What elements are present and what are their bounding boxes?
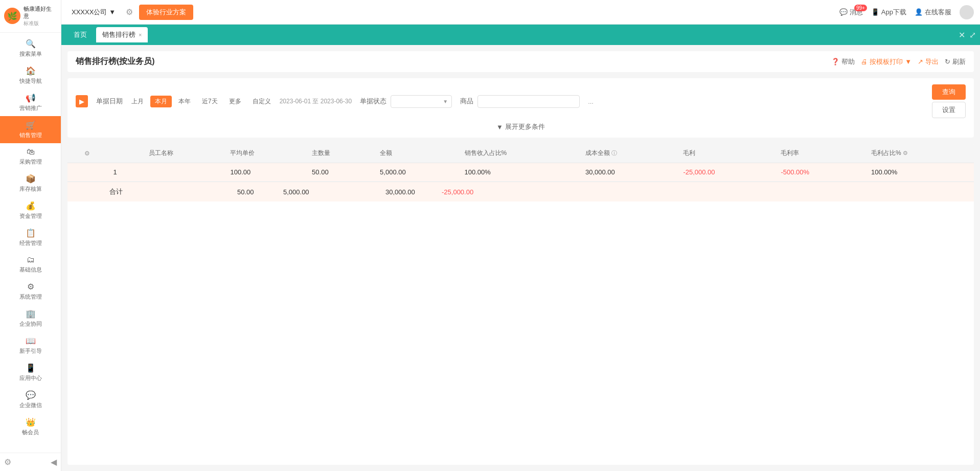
status-filter-label: 单据状态 [360, 97, 386, 106]
sidebar-item-member[interactable]: 👑 畅会员 [0, 413, 61, 440]
cell-name [143, 163, 224, 182]
export-button[interactable]: ↗ 导出 [918, 57, 939, 66]
date-range-display: 2023-06-01 至 2023-06-30 [280, 97, 352, 106]
date-range-group: 上月 本月 本年 近7天 更多 自定义 [127, 96, 276, 107]
cell-settings [67, 163, 107, 182]
date-tag-this-year[interactable]: 本年 [174, 96, 195, 107]
collapse-icon[interactable]: ◀ [51, 457, 57, 467]
filter-expand-button[interactable]: ▶ [76, 95, 88, 107]
logo-sub: 标准版 [24, 20, 57, 27]
search-icon: 🔍 [26, 39, 36, 49]
company-selector[interactable]: XXXXX公司 ▼ [67, 6, 120, 19]
online-service-button[interactable]: 👤 在线客服 [915, 8, 951, 17]
goods-input[interactable] [477, 95, 580, 108]
filter-area: ▶ 单据日期 上月 本月 本年 近7天 更多 自定义 2023-06-01 至 … [67, 78, 974, 138]
sidebar-item-shortcut[interactable]: 🏠 快捷导航 [0, 62, 61, 89]
page-title: 销售排行榜(按业务员) [76, 56, 155, 67]
sidebar-item-label: 畅会员 [22, 429, 39, 436]
sidebar-item-label: 快捷导航 [19, 77, 42, 85]
table-container: ⚙ 员工名称 平均单价 主数量 全额 销售收入占比% 成本全额 ⓘ 毛利 毛利率… [67, 144, 974, 465]
footer-profit: -25,000.00 [442, 188, 498, 196]
cell-sales-pct: 100.00% [459, 163, 579, 182]
enterprise-icon: 🏢 [26, 309, 36, 319]
settings-icon[interactable]: ⚙ [126, 7, 133, 17]
cell-profit-rate: -500.00% [774, 163, 865, 182]
date-tag-7days[interactable]: 近7天 [197, 96, 222, 107]
app-download-button[interactable]: 📱 App下载 [871, 8, 906, 17]
sidebar-item-operations[interactable]: 📋 经营管理 [0, 224, 61, 251]
sales-icon: 🛒 [26, 120, 36, 130]
cell-avg-price: 100.00 [224, 163, 306, 182]
date-filter-label: 单据日期 [96, 97, 123, 106]
sidebar-item-system[interactable]: ⚙ 系统管理 [0, 278, 61, 305]
service-icon: 👤 [915, 8, 923, 16]
member-icon: 👑 [26, 417, 36, 427]
col-name: 员工名称 [143, 144, 224, 163]
operations-icon: 📋 [26, 228, 36, 238]
query-button[interactable]: 查询 [932, 84, 966, 100]
expand-more-button[interactable]: ▼ 展开更多条件 [76, 122, 966, 131]
sidebar-item-label: 营销推广 [19, 104, 42, 112]
tab-bar-right: ✕ ⤢ [959, 30, 976, 40]
col-cost: 成本全额 ⓘ [579, 144, 677, 163]
avatar[interactable] [960, 5, 974, 19]
sidebar-item-label: 销售管理 [19, 131, 42, 139]
refresh-icon: ↻ [945, 58, 950, 65]
goods-filter-label: 商品 [460, 97, 473, 106]
system-icon: ⚙ [27, 282, 34, 291]
sidebar-item-purchase[interactable]: 🛍 采购管理 [0, 143, 61, 170]
tab-bar: 首页 销售排行榜 × ✕ ⤢ [61, 25, 980, 45]
help-button[interactable]: ❓ 帮助 [831, 57, 855, 66]
more-filters-dots[interactable]: ... [588, 98, 594, 105]
tab-maximize-icon[interactable]: ⤢ [969, 30, 976, 40]
trial-button[interactable]: 体验行业方案 [139, 5, 193, 20]
logo-text-container: 畅康通好生意 标准版 [24, 5, 57, 27]
marketing-icon: 📢 [26, 93, 36, 103]
filter-actions: 查询 设置 [932, 84, 966, 118]
sidebar-item-label: 企业协同 [19, 320, 42, 328]
date-tag-more[interactable]: 更多 [224, 96, 246, 107]
print-chevron-icon: ▼ [905, 58, 911, 65]
col-sales-pct: 销售收入占比% [459, 144, 579, 163]
sidebar-item-inventory[interactable]: 📦 库存核算 [0, 170, 61, 197]
date-tag-custom[interactable]: 自定义 [248, 96, 276, 107]
print-label: 按模板打印 [870, 57, 903, 66]
tab-close-icon[interactable]: × [139, 32, 142, 38]
sidebar-item-guide[interactable]: 📖 新手引导 [0, 332, 61, 359]
sidebar-item-apps[interactable]: 📱 应用中心 [0, 359, 61, 386]
col-settings[interactable]: ⚙ [67, 144, 107, 163]
sidebar-item-finance[interactable]: 💰 资金管理 [0, 197, 61, 224]
refresh-button[interactable]: ↻ 刷新 [945, 57, 966, 66]
page-actions: ❓ 帮助 🖨 按模板打印 ▼ ↗ 导出 ↻ 刷新 [831, 57, 966, 66]
top-header: XXXXX公司 ▼ ⚙ 体验行业方案 💬 消息 99+ 📱 App下载 👤 在线… [61, 0, 980, 25]
sidebar-item-wechat[interactable]: 💬 企业微信 [0, 386, 61, 413]
print-button[interactable]: 🖨 按模板打印 ▼ [861, 57, 911, 66]
col-profit-pct: 毛利占比% ⚙ [865, 144, 974, 163]
sidebar-item-label: 经营管理 [19, 239, 42, 247]
status-select[interactable] [391, 95, 452, 108]
sidebar-item-basic[interactable]: 🗂 基础信息 [0, 251, 61, 278]
guide-icon: 📖 [26, 336, 36, 346]
filter-settings-button[interactable]: 设置 [932, 102, 966, 118]
status-filter: 单据状态 [360, 95, 452, 108]
logo-name: 畅康通好生意 [24, 5, 57, 20]
table-row: 1 100.00 50.00 5,000.00 100.00% 30,000.0… [67, 163, 974, 182]
message-icon: 💬 [839, 8, 848, 16]
sidebar-item-enterprise[interactable]: 🏢 企业协同 [0, 305, 61, 332]
tab-sales-ranking[interactable]: 销售排行榜 × [96, 27, 148, 42]
sidebar-item-label: 库存核算 [19, 185, 42, 193]
sidebar-item-label: 基础信息 [19, 266, 42, 274]
tab-close-window-icon[interactable]: ✕ [959, 30, 965, 40]
sidebar-item-marketing[interactable]: 📢 营销推广 [0, 89, 61, 116]
tab-home[interactable]: 首页 [65, 26, 95, 43]
sidebar-item-sales[interactable]: 🛒 销售管理 [0, 116, 61, 143]
sidebar-item-label: 系统管理 [19, 293, 42, 301]
date-tag-this-month[interactable]: 本月 [150, 96, 172, 107]
sidebar-item-label: 应用中心 [19, 374, 42, 382]
settings-bottom-icon[interactable]: ⚙ [4, 457, 11, 467]
date-tag-last-month[interactable]: 上月 [127, 96, 148, 107]
message-button[interactable]: 💬 消息 99+ [839, 8, 863, 17]
sidebar-item-search[interactable]: 🔍 搜索菜单 [0, 35, 61, 62]
col-amount: 全额 [374, 144, 458, 163]
sidebar-nav: 🔍 搜索菜单 🏠 快捷导航 📢 营销推广 🛒 销售管理 🛍 采购管理 📦 库存核… [0, 33, 61, 453]
